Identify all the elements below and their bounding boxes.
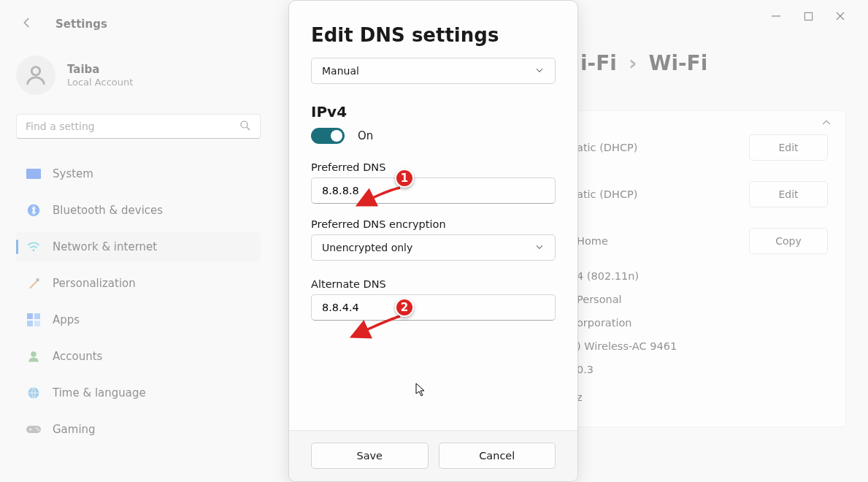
arrow-icon (353, 185, 404, 210)
chevron-down-icon (534, 65, 545, 77)
ipv4-toggle[interactable] (311, 128, 345, 144)
preferred-encryption-value: Unencrypted only (322, 242, 412, 253)
dialog-title: Edit DNS settings (311, 24, 556, 46)
callout-2: 2 (395, 298, 414, 317)
cancel-button[interactable]: Cancel (439, 443, 556, 469)
mouse-cursor (415, 383, 426, 400)
edit-dns-dialog: Edit DNS settings Manual IPv4 On Preferr… (288, 0, 578, 482)
save-button[interactable]: Save (311, 443, 429, 469)
preferred-dns-input[interactable] (311, 177, 556, 204)
callout-1: 1 (395, 169, 414, 188)
preferred-dns-label: Preferred DNS (311, 161, 556, 173)
ipv4-heading: IPv4 (311, 103, 556, 120)
preferred-encryption-select[interactable]: Unencrypted only (311, 234, 556, 261)
chevron-down-icon (534, 242, 545, 254)
ipv4-toggle-label: On (358, 129, 373, 142)
preferred-encryption-label: Preferred DNS encryption (311, 218, 556, 230)
alternate-dns-label: Alternate DNS (311, 278, 556, 290)
dns-mode-select[interactable]: Manual (311, 58, 556, 84)
dns-mode-value: Manual (322, 65, 359, 77)
arrow-icon (347, 313, 404, 341)
